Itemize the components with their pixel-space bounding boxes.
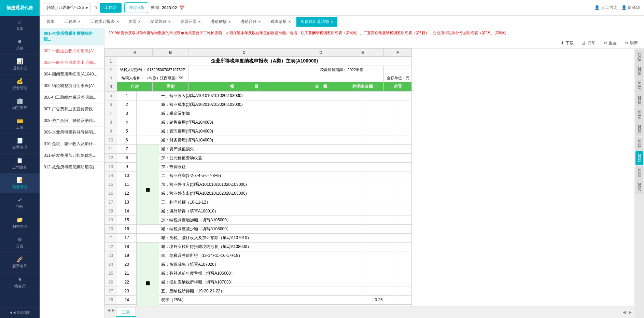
year-item-2024[interactable]: 2024 — [635, 180, 643, 194]
amount-cell[interactable] — [365, 91, 392, 100]
seq-cell[interactable]: 6 — [117, 136, 137, 144]
year-item-2017[interactable]: 2017 — [635, 79, 643, 92]
profit-cell[interactable] — [392, 144, 402, 153]
nav-right-arrow[interactable]: ▶ — [112, 308, 115, 317]
item-cell[interactable]: 减：管理费用(填写A104000) — [159, 127, 365, 136]
tab-close-icon[interactable]: ✕ — [168, 20, 171, 24]
diff-cell[interactable] — [402, 242, 411, 251]
year-item-2019[interactable]: 2019 — [635, 108, 643, 121]
scroll-right-icon[interactable]: ▶ — [629, 310, 632, 315]
left-panel-item-010[interactable]: 010-免税、减计收入及加计... — [40, 138, 104, 150]
reset-button[interactable]: ↺ 重置 — [602, 40, 619, 47]
seq-cell[interactable]: 7 — [117, 144, 137, 153]
year-item-2018[interactable]: 2018 — [635, 93, 643, 107]
seq-cell[interactable]: 14 — [117, 207, 137, 216]
diff-cell[interactable] — [402, 118, 411, 127]
amount-cell[interactable] — [365, 153, 392, 162]
sidebar-item-payroll[interactable]: 💳 工资 — [0, 114, 40, 134]
copy-icon[interactable]: ⊡ — [94, 5, 97, 10]
profit-cell[interactable] — [392, 233, 402, 242]
refresh-button[interactable]: ↻ 刷新 — [623, 40, 640, 47]
seq-cell[interactable]: 16 — [117, 224, 137, 233]
diff-cell[interactable] — [402, 198, 411, 207]
sidebar-item-settings[interactable]: ⚙ 设置 — [0, 233, 40, 253]
seq-cell[interactable]: 12 — [117, 189, 137, 198]
diff-cell[interactable] — [402, 260, 411, 269]
nav-left-arrow[interactable]: ◀ — [107, 308, 110, 317]
sidebar-item-tax[interactable]: 📝 税务管理 — [0, 174, 40, 193]
diff-cell[interactable] — [402, 287, 411, 295]
profit-cell[interactable] — [392, 251, 402, 260]
tab-close-icon[interactable]: ✕ — [138, 20, 141, 24]
seq-cell[interactable]: 4 — [117, 118, 137, 127]
item-cell[interactable]: 减：销售费用(填写A104000) — [159, 118, 365, 127]
left-panel-item-003[interactable]: 003-一般企业成本支出明细... — [40, 57, 104, 69]
seq-cell[interactable]: 24 — [117, 295, 137, 304]
amount-cell[interactable] — [365, 136, 392, 144]
profit-cell[interactable] — [392, 198, 402, 207]
diff-cell[interactable] — [402, 127, 411, 136]
diff-cell[interactable] — [402, 180, 411, 189]
sheet-tab-main[interactable]: 主表 — [116, 308, 136, 317]
seq-cell[interactable]: 19 — [117, 251, 137, 260]
item-cell[interactable]: 减：营业成本(填写A102010\102020\103000) — [159, 100, 365, 109]
tab-sales-audit[interactable]: 进销稽核 ✕ — [206, 17, 235, 27]
seq-cell[interactable]: 21 — [117, 269, 137, 278]
item-cell[interactable]: 一、营业收入(填写A101010\101020\103000) — [159, 91, 365, 100]
diff-cell[interactable] — [402, 278, 411, 287]
tab-payroll[interactable]: 工资表 ✕ — [60, 17, 85, 27]
profit-cell[interactable] — [392, 118, 402, 127]
seq-cell[interactable]: 22 — [117, 278, 137, 287]
left-panel-item-005[interactable]: 005-纳税调整项目明细表(A1... — [40, 80, 104, 92]
diff-cell[interactable] — [402, 109, 411, 118]
sidebar-item-home[interactable]: ⌂ 首页 — [0, 16, 40, 35]
profit-cell[interactable] — [392, 224, 402, 233]
profit-cell[interactable] — [392, 216, 402, 224]
amount-cell[interactable] — [365, 278, 392, 287]
sidebar-item-fund[interactable]: 💰 资金管理 — [0, 74, 40, 94]
left-panel-item-004[interactable]: 004-期间费用明细表(A1040... — [40, 69, 104, 80]
seq-cell[interactable]: 18 — [117, 242, 137, 251]
sidebar-item-guide[interactable]: 🚀 新手引导 — [0, 253, 40, 273]
diff-cell[interactable] — [402, 295, 411, 304]
sidebar-item-invoice[interactable]: 🧾 发票管理 — [0, 134, 40, 154]
amount-cell[interactable] — [365, 269, 392, 278]
amount-cell[interactable] — [365, 109, 392, 118]
diff-cell[interactable] — [402, 144, 411, 153]
sidebar-item-ledger[interactable]: ≡ 总账 — [0, 35, 40, 55]
amount-cell[interactable] — [365, 189, 392, 198]
left-panel-item-001[interactable]: 001-企业所得税年度纳税申报... — [40, 28, 104, 45]
profit-cell[interactable] — [392, 162, 402, 171]
amount-cell[interactable] — [365, 251, 392, 260]
amount-cell[interactable] — [365, 171, 392, 180]
seq-cell[interactable]: 8 — [117, 153, 137, 162]
item-cell[interactable]: 税率（25%） — [159, 295, 365, 304]
profit-cell[interactable] — [392, 278, 402, 287]
item-cell[interactable]: 四、纳税调整后所得（13-14+15-16-17+18） — [159, 251, 365, 260]
profit-cell[interactable] — [392, 100, 402, 109]
item-cell[interactable]: 减：所得减免（填写A107020） — [159, 260, 365, 269]
item-cell[interactable]: 加：纳税调整增加额（填写A105000） — [159, 216, 365, 224]
amount-cell[interactable] — [365, 233, 392, 242]
diff-cell[interactable] — [402, 251, 411, 260]
tab-close-icon[interactable]: ✕ — [331, 20, 333, 24]
item-cell[interactable]: 减：弥补以前年度亏损（填写A106000） — [159, 269, 365, 278]
tab-home[interactable]: 首页 — [42, 17, 59, 27]
profit-cell[interactable] — [392, 136, 402, 144]
spreadsheet-area[interactable]: A B C D E F — [104, 49, 634, 318]
item-cell[interactable]: 减：税金及附加 — [159, 109, 365, 118]
tab-income-tax[interactable]: 所得税汇算清缴 ✕ — [296, 17, 337, 27]
amount-cell[interactable] — [365, 180, 392, 189]
diff-cell[interactable] — [402, 153, 411, 162]
left-panel-item-006[interactable]: 006-职工薪酬纳税调整明细... — [40, 92, 104, 103]
amount-cell[interactable] — [365, 224, 392, 233]
profit-cell[interactable] — [392, 127, 402, 136]
amount-cell[interactable] — [365, 100, 392, 109]
seq-cell[interactable]: 13 — [117, 198, 137, 207]
left-panel-item-012[interactable]: 012-减免所得税优惠明细表(... — [40, 162, 104, 173]
item-cell[interactable]: 加：公允价值变动收益 — [159, 153, 365, 162]
diff-cell[interactable] — [402, 207, 411, 216]
amount-cell[interactable] — [365, 216, 392, 224]
amount-cell[interactable] — [365, 144, 392, 153]
profit-cell[interactable] — [392, 180, 402, 189]
